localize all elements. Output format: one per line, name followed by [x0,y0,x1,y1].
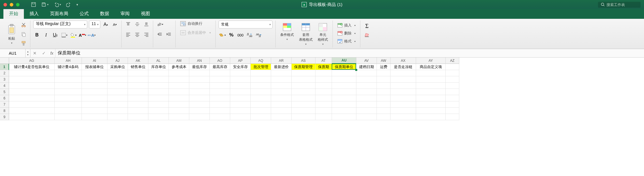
cell-AX5[interactable] [390,89,416,95]
cell-AV3[interactable] [356,76,377,83]
increase-decimal-icon[interactable]: .0.00 [246,31,253,39]
search-container[interactable] [598,2,641,8]
cell-AH7[interactable] [55,101,82,108]
cell-AP3[interactable] [230,76,251,83]
cell-AY6[interactable] [416,95,446,101]
align-center-icon[interactable] [134,31,141,38]
font-size-select[interactable]: 11▾ [89,21,100,28]
cell-AH8[interactable] [55,108,82,114]
cell-AR2[interactable] [271,70,292,76]
cell-AW7[interactable] [377,101,390,108]
cell-AP7[interactable] [230,101,251,108]
cell-AL8[interactable] [148,108,169,114]
row-header-2[interactable]: 2 [0,70,9,76]
cell-AJ2[interactable] [107,70,128,76]
cell-AH3[interactable] [55,76,82,83]
col-header-AW[interactable]: AW [377,58,390,64]
cell-AJ3[interactable] [107,76,128,83]
cell-AR9[interactable] [271,114,292,120]
cell-AG9[interactable] [9,114,55,120]
cell-AW8[interactable] [377,108,390,114]
cell-AS9[interactable] [292,114,315,120]
name-box-stepper[interactable]: ▲▼ [26,49,30,57]
cell-AI7[interactable] [82,101,107,108]
cell-AI2[interactable] [82,70,107,76]
search-input[interactable] [606,3,638,7]
col-header-AJ[interactable]: AJ [107,58,128,64]
cell-AY4[interactable] [416,83,446,89]
cell-AZ9[interactable] [446,114,459,120]
col-header-AU[interactable]: AU [332,58,356,64]
cell-AK9[interactable] [128,114,148,120]
cell-AI1[interactable]: 报表辅单位 [82,64,107,70]
cell-AM7[interactable] [169,101,189,108]
ribbon-tab-页面布局[interactable]: 页面布局 [44,9,74,19]
cell-AQ2[interactable] [251,70,271,76]
cell-AL1[interactable]: 库存单位 [148,64,169,70]
cell-AR5[interactable] [271,89,292,95]
cells-area[interactable]: 辅计量4是否包装单位辅计量4条码报表辅单位采购单位销售单位库存单位参考成本最低库… [9,64,459,120]
cell-AT9[interactable] [315,114,332,120]
spreadsheet-grid[interactable]: AGAHAIAJAKALAMANAOAPAQARASATAUAVAWAXAYAZ… [0,58,644,120]
cell-AT4[interactable] [315,83,332,89]
border-button[interactable]: ▾ [61,31,68,39]
currency-button[interactable]: ▾ [219,31,226,39]
col-header-AH[interactable]: AH [55,58,82,64]
cell-AK3[interactable] [128,76,148,83]
cell-AN3[interactable] [189,76,210,83]
row-header-7[interactable]: 7 [0,101,9,108]
cell-AT8[interactable] [315,108,332,114]
undo-icon[interactable]: ▾ [54,2,61,7]
cell-AW4[interactable] [377,83,390,89]
cell-AZ4[interactable] [446,83,459,89]
col-header-AL[interactable]: AL [148,58,169,64]
cell-AP6[interactable] [230,95,251,101]
cell-AU7[interactable] [332,101,356,108]
cell-AW1[interactable]: 运费 [377,64,390,70]
minimize-window-button[interactable] [10,3,13,7]
cell-AI9[interactable] [82,114,107,120]
cell-AG1[interactable]: 辅计量4是否包装单位 [9,64,55,70]
cell-AP5[interactable] [230,89,251,95]
cell-AK6[interactable] [128,95,148,101]
cell-AM6[interactable] [169,95,189,101]
cell-AN6[interactable] [189,95,210,101]
cell-AW6[interactable] [377,95,390,101]
autosave-icon[interactable] [31,2,36,7]
cell-AW2[interactable] [377,70,390,76]
cell-AV9[interactable] [356,114,377,120]
qat-customize-icon[interactable]: ▾ [76,3,78,7]
cell-AG6[interactable] [9,95,55,101]
row-header-9[interactable]: 9 [0,114,9,120]
cell-AL3[interactable] [148,76,169,83]
cell-AW9[interactable] [377,114,390,120]
cell-AZ6[interactable] [446,95,459,101]
cell-AM3[interactable] [169,76,189,83]
align-middle-icon[interactable] [134,21,141,28]
cell-AZ2[interactable] [446,70,459,76]
cell-AY3[interactable] [416,76,446,83]
cell-AS8[interactable] [292,108,315,114]
cell-AJ5[interactable] [107,89,128,95]
cell-AO2[interactable] [210,70,230,76]
cell-AV8[interactable] [356,108,377,114]
ribbon-tab-视图[interactable]: 视图 [135,9,156,19]
cell-AP8[interactable] [230,108,251,114]
cell-AU4[interactable] [332,83,356,89]
cell-AN5[interactable] [189,89,210,95]
cell-AI5[interactable] [82,89,107,95]
cell-AT7[interactable] [315,101,332,108]
cell-AU8[interactable] [332,108,356,114]
cell-AZ3[interactable] [446,76,459,83]
selection-handle[interactable] [355,69,357,71]
cell-AI6[interactable] [82,95,107,101]
cell-AQ3[interactable] [251,76,271,83]
cell-AU9[interactable] [332,114,356,120]
cell-AX7[interactable] [390,101,416,108]
cell-AK4[interactable] [128,83,148,89]
enter-formula-icon[interactable]: ✓ [40,51,49,56]
cell-AK1[interactable]: 销售单位 [128,64,148,70]
cell-AN1[interactable]: 最低库存 [189,64,210,70]
cell-AR4[interactable] [271,83,292,89]
column-headers[interactable]: AGAHAIAJAKALAMANAOAPAQARASATAUAVAWAXAYAZ [9,58,459,64]
